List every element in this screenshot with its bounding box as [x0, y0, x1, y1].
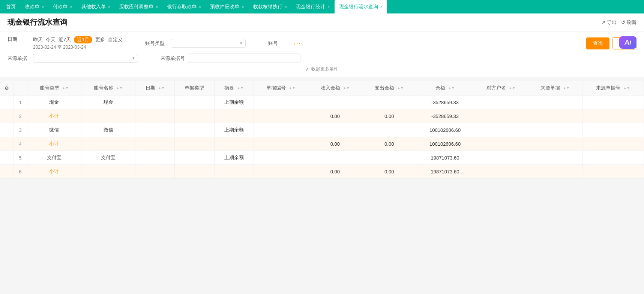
nav-tab-payments[interactable]: 付款单 ×: [48, 0, 77, 13]
table-cell: [582, 137, 644, 151]
th-counterpart-label: 对方户名: [486, 85, 506, 91]
account-type-filter-group: 账号类型 ▾: [145, 39, 246, 48]
close-stats-icon[interactable]: ×: [327, 4, 330, 9]
close-verification-icon[interactable]: ×: [285, 4, 287, 9]
refresh-button[interactable]: ↺ 刷新: [621, 19, 636, 26]
nav-tab-prepaid[interactable]: 预收冲应收单 ×: [206, 0, 248, 13]
table-cell: [214, 165, 254, 179]
nav-tab-receipts[interactable]: 收款单 ×: [20, 0, 48, 13]
nav-tab-payments-label: 付款单: [53, 3, 68, 10]
th-account-type[interactable]: 账号类型 ▲▼: [27, 81, 81, 96]
table-cell: 6: [14, 165, 27, 179]
table-cell: [362, 151, 416, 165]
table-cell: [528, 151, 582, 165]
account-dots-button[interactable]: ···: [294, 40, 301, 47]
nav-tab-flow-query-label: 现金银行流水查询: [339, 3, 378, 10]
nav-tab-adjustments[interactable]: 应收应付调整单 ×: [115, 0, 162, 13]
th-account-name-sort-icon: ▲▼: [116, 87, 123, 90]
table-cell: [474, 165, 528, 179]
nav-tab-other-income[interactable]: 其他收入单 ×: [77, 0, 115, 13]
table-row: 1现金现金上期余额-3528659.33: [0, 96, 644, 109]
table-cell: [81, 137, 135, 151]
th-doc-num[interactable]: 单据编号 ▲▼: [254, 81, 308, 96]
date-option-more[interactable]: 更多: [95, 36, 105, 43]
table-cell: 现金: [81, 96, 135, 109]
source-doc-filter-group: 来源单据 ▾: [8, 54, 138, 63]
th-date[interactable]: 日期 ▲▼: [135, 81, 175, 96]
th-account-name[interactable]: 账号名称 ▲▼: [81, 81, 135, 96]
th-balance[interactable]: 余额 ▲▼: [416, 81, 474, 96]
ai-badge[interactable]: Ai: [619, 36, 636, 49]
data-table-container: ⚙ 账号类型 ▲▼ 账号名称 ▲▼ 日期 ▲▼ 单据类型 摘: [0, 81, 644, 179]
table-row: 3微信微信上期余额100102606.60: [0, 123, 644, 137]
table-cell: 0.00: [362, 109, 416, 123]
th-counterpart[interactable]: 对方户名 ▲▼: [474, 81, 528, 96]
close-flow-query-icon[interactable]: ×: [380, 4, 383, 9]
table-cell: [582, 96, 644, 109]
th-source-doc-num[interactable]: 来源单据号 ▲▼: [582, 81, 644, 96]
table-cell: [135, 109, 175, 123]
page-header: 现金银行流水查询 ↗ 导出 ↺ 刷新: [0, 13, 644, 31]
th-balance-label: 余额: [435, 85, 445, 91]
account-type-arrow-icon: ▾: [240, 41, 242, 46]
source-doc-num-input[interactable]: [188, 54, 300, 63]
export-icon: ↗: [601, 19, 605, 25]
table-header-row: ⚙ 账号类型 ▲▼ 账号名称 ▲▼ 日期 ▲▼ 单据类型 摘: [0, 81, 644, 96]
th-date-sort-icon: ▲▼: [158, 87, 165, 90]
table-cell: 小计: [27, 165, 81, 179]
table-cell: [0, 165, 14, 179]
source-doc-num-filter-group: 来源单据号: [161, 54, 300, 63]
table-cell: [175, 96, 215, 109]
table-cell: [308, 123, 362, 137]
close-adjustments-icon[interactable]: ×: [156, 4, 158, 9]
close-receipts-icon[interactable]: ×: [42, 4, 44, 9]
th-doc-num-sort-icon: ▲▼: [289, 87, 296, 90]
header-actions: ↗ 导出 ↺ 刷新: [601, 19, 636, 26]
date-option-today[interactable]: 今天: [46, 36, 56, 43]
nav-tab-verification[interactable]: 收款核销执行 ×: [249, 0, 291, 13]
close-other-income-icon[interactable]: ×: [108, 4, 110, 9]
table-cell: 5: [14, 151, 27, 165]
table-cell: [528, 109, 582, 123]
table-cell: [474, 151, 528, 165]
table-cell: [254, 123, 308, 137]
close-prepaid-icon[interactable]: ×: [242, 4, 244, 9]
nav-tab-home-label: 首页: [6, 3, 16, 10]
nav-tab-flow-query[interactable]: 现金银行流水查询 ×: [335, 0, 387, 13]
table-cell: 0.00: [308, 137, 362, 151]
account-type-select[interactable]: ▾: [171, 39, 246, 48]
th-source-doc-sort-icon: ▲▼: [563, 87, 570, 90]
table-cell: 微信: [81, 123, 135, 137]
th-expense-label: 支出金额: [375, 85, 394, 91]
collapse-label: 收起更多条件: [311, 66, 338, 72]
th-income[interactable]: 收入金额 ▲▼: [308, 81, 362, 96]
date-options-container: 昨天 今天 近7天 近1月 更多 自定义 2023-02-24 至 2023-0…: [33, 36, 123, 51]
nav-tab-bank-deposit[interactable]: 银行存取款单 ×: [163, 0, 206, 13]
table-cell: -3528659.33: [416, 109, 474, 123]
nav-tab-home[interactable]: 首页: [2, 0, 20, 13]
th-source-doc[interactable]: 来源单据 ▲▼: [528, 81, 582, 96]
th-expense[interactable]: 支出金额 ▲▼: [362, 81, 416, 96]
table-cell: 0.00: [308, 165, 362, 179]
close-bank-deposit-icon[interactable]: ×: [199, 4, 201, 9]
date-option-yesterday[interactable]: 昨天: [33, 36, 43, 43]
nav-tab-bank-deposit-label: 银行存取款单: [167, 3, 197, 10]
refresh-icon: ↺: [621, 19, 625, 25]
top-navigation: 首页 收款单 × 付款单 × 其他收入单 × 应收应付调整单 × 银行存取款单 …: [0, 0, 644, 13]
close-payments-icon[interactable]: ×: [70, 4, 72, 9]
date-options: 昨天 今天 近7天 近1月 更多 自定义: [33, 36, 123, 43]
th-settings[interactable]: ⚙: [0, 81, 14, 96]
source-doc-select[interactable]: ▾: [33, 54, 138, 63]
nav-tab-other-income-label: 其他收入单: [81, 3, 106, 10]
table-cell: 上期余额: [214, 123, 254, 137]
query-button[interactable]: 查询: [586, 37, 609, 49]
th-summary[interactable]: 摘要 ▲▼: [214, 81, 254, 96]
table-cell: [0, 137, 14, 151]
export-button[interactable]: ↗ 导出: [601, 19, 617, 26]
date-option-1month[interactable]: 近1月: [74, 36, 92, 43]
nav-tab-stats[interactable]: 现金银行统计 ×: [291, 0, 334, 13]
date-option-7days[interactable]: 近7天: [59, 36, 71, 43]
collapse-bar[interactable]: ∧ 收起更多条件: [8, 66, 636, 72]
data-table: ⚙ 账号类型 ▲▼ 账号名称 ▲▼ 日期 ▲▼ 单据类型 摘: [0, 81, 644, 179]
date-option-custom[interactable]: 自定义: [108, 36, 123, 43]
